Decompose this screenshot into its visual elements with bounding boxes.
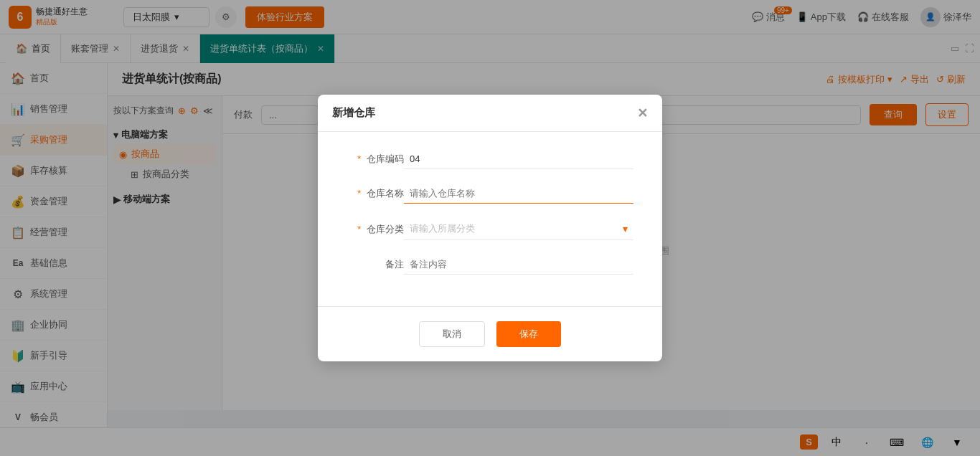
modal-close-button[interactable]: ✕	[637, 107, 648, 120]
required-star: *	[357, 188, 361, 199]
modal-body: * 仓库编码 * 仓库名称 * 仓库分类 请输入所属	[318, 132, 662, 306]
warehouse-category-placeholder: 请输入所属分类	[410, 222, 623, 235]
warehouse-code-label: * 仓库编码	[347, 153, 404, 166]
modal-overlay: 新增仓库 ✕ * 仓库编码 * 仓库名称	[0, 0, 980, 456]
warehouse-name-row: * 仓库名称	[347, 184, 633, 204]
warehouse-category-row: * 仓库分类 请输入所属分类 ▾	[347, 218, 633, 240]
modal-title: 新增仓库	[332, 106, 375, 120]
warehouse-code-input[interactable]	[404, 149, 633, 169]
warehouse-remark-input[interactable]	[404, 255, 633, 275]
warehouse-remark-row: 备注	[347, 255, 633, 275]
modal-footer: 取消 保存	[318, 306, 662, 361]
cancel-button[interactable]: 取消	[419, 321, 485, 347]
warehouse-remark-label: 备注	[347, 258, 404, 271]
new-warehouse-modal: 新增仓库 ✕ * 仓库编码 * 仓库名称	[318, 95, 662, 361]
warehouse-name-label: * 仓库名称	[347, 187, 404, 200]
warehouse-name-input[interactable]	[404, 184, 633, 204]
required-star: *	[357, 153, 361, 164]
warehouse-category-select[interactable]: 请输入所属分类 ▾	[404, 218, 633, 240]
warehouse-code-row: * 仓库编码	[347, 149, 633, 169]
modal-header: 新增仓库 ✕	[318, 95, 662, 132]
warehouse-category-label: * 仓库分类	[347, 223, 404, 236]
dropdown-arrow-icon: ▾	[623, 223, 628, 234]
save-button[interactable]: 保存	[496, 321, 561, 347]
required-star: *	[357, 224, 361, 234]
